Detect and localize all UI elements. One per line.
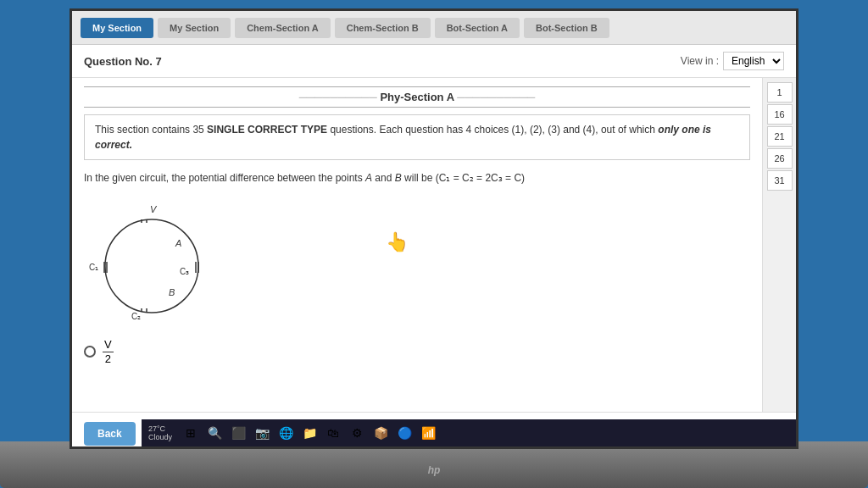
taskbar: 27°C Cloudy ⊞ 🔍 ⬛ 📷 🌐 📁 🛍 ⚙ 📦 🔵 📶 ENG IN xyxy=(142,419,798,446)
q-num-26[interactable]: 26 xyxy=(767,148,793,169)
svg-text:C₁: C₁ xyxy=(89,263,98,272)
task-view-icon[interactable]: ⬛ xyxy=(229,424,248,442)
question-text: In the given circuit, the potential diff… xyxy=(84,170,750,186)
description-box: This section contains 35 SINGLE CORRECT … xyxy=(84,114,750,160)
store-icon[interactable]: 🛍 xyxy=(324,424,342,442)
weather-temp: 27°C xyxy=(148,424,172,433)
app-icon-2[interactable]: 🔵 xyxy=(395,424,414,442)
q-num-1[interactable]: 1 xyxy=(767,82,793,103)
svg-text:B: B xyxy=(169,287,175,297)
nav-tab-bot-a[interactable]: Bot-Section A xyxy=(435,18,520,38)
file-explorer-icon[interactable]: 📁 xyxy=(300,424,319,442)
section-title: Phy-Section A xyxy=(380,91,453,103)
question-number: Question No. 7 xyxy=(84,55,162,68)
fraction-v-over-2: V 2 xyxy=(103,338,114,365)
weather-info: 27°C Cloudy xyxy=(148,424,172,441)
fraction-numerator: V xyxy=(103,338,114,352)
question-header: Question No. 7 View in : English Hindi xyxy=(72,45,796,78)
nav-tab-bot-b[interactable]: Bot-Section B xyxy=(524,18,609,38)
weather-condition: Cloudy xyxy=(148,433,172,441)
hp-logo: hp xyxy=(421,463,447,478)
top-nav: My Section My Section Chem-Section A Che… xyxy=(72,11,796,45)
svg-text:V: V xyxy=(150,204,158,214)
question-body: In the given circuit, the potential diff… xyxy=(84,172,525,184)
nav-tab-chem-b[interactable]: Chem-Section B xyxy=(335,18,431,38)
view-in-label: View in : xyxy=(681,55,719,67)
settings-icon[interactable]: ⚙ xyxy=(348,424,366,442)
dropbox-icon[interactable]: 📦 xyxy=(371,424,390,442)
screen-area: My Section My Section Chem-Section A Che… xyxy=(70,8,798,449)
radio-v-over-2[interactable] xyxy=(84,346,96,358)
nav-tab-chem-a[interactable]: Chem-Section A xyxy=(235,18,331,38)
content-area: Phy-Section A This section contains 35 S… xyxy=(72,78,796,412)
app-icon-1[interactable]: 🌐 xyxy=(276,424,295,442)
search-icon[interactable]: 🔍 xyxy=(205,424,224,442)
back-button[interactable]: Back xyxy=(84,422,136,446)
svg-point-0 xyxy=(105,219,198,313)
q-num-21[interactable]: 21 xyxy=(767,126,793,147)
cursor-pointer: 👆 xyxy=(386,231,409,253)
view-in-container: View in : English Hindi xyxy=(681,52,784,70)
description-text: This section contains 35 SINGLE CORRECT … xyxy=(95,124,711,151)
circuit-diagram: V C₁ A C₃ B xyxy=(84,194,220,330)
question-area: Phy-Section A This section contains 35 S… xyxy=(72,78,762,412)
nav-tab-my-section-2[interactable]: My Section xyxy=(158,18,231,38)
language-select[interactable]: English Hindi xyxy=(723,52,784,70)
meet-icon[interactable]: 📷 xyxy=(253,424,271,442)
svg-text:A: A xyxy=(175,238,181,248)
fraction-denominator: 2 xyxy=(103,352,113,366)
q-num-16[interactable]: 16 xyxy=(767,104,793,125)
svg-text:C₃: C₃ xyxy=(180,267,189,276)
nav-tab-my-section[interactable]: My Section xyxy=(81,18,153,38)
answer-option-1: V 2 xyxy=(84,338,750,365)
right-sidebar: 1 16 21 26 31 xyxy=(762,78,796,412)
section-header: Phy-Section A xyxy=(84,86,750,108)
svg-text:C₂: C₂ xyxy=(131,312,141,321)
q-num-31[interactable]: 31 xyxy=(767,170,793,191)
wifi-icon[interactable]: 📶 xyxy=(419,424,437,442)
windows-icon[interactable]: ⊞ xyxy=(181,424,200,442)
